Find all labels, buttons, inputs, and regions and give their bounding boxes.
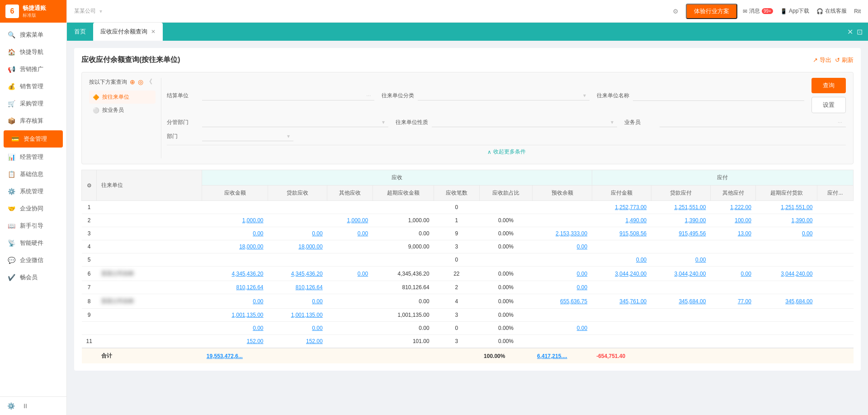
footer-advance-bal[interactable]: 6,417,215.... — [533, 348, 592, 363]
settings-bottom-icon[interactable]: ⚙️ — [7, 402, 15, 410]
table-cell[interactable]: 0.00 — [533, 240, 592, 253]
table-row: 91,001,135.001,001,135.001,001,135.0030.… — [82, 309, 854, 322]
table-cell[interactable]: 4,345,436.20 — [202, 267, 268, 281]
sidebar-item-basic-info[interactable]: 📋 基础信息 — [0, 166, 66, 183]
table-cell[interactable]: 0.00 — [533, 267, 592, 281]
sidebar-item-member[interactable]: ✔️ 畅会员 — [0, 269, 66, 286]
table-cell[interactable]: 13.00 — [710, 227, 755, 240]
table-cell[interactable]: 810,126.64 — [268, 281, 327, 294]
sidebar-item-hardware[interactable]: 📡 智能硬件 — [0, 234, 66, 252]
sidebar-item-marketing[interactable]: 📢 营销推广 — [0, 61, 66, 78]
messages-button[interactable]: ✉ 消息 99+ — [743, 7, 773, 15]
online-service-button[interactable]: 🎧 在线客服 — [816, 7, 847, 15]
table-settings-header[interactable]: ⚙ — [82, 170, 97, 201]
dot-scheme-icon[interactable]: ◎ — [138, 78, 143, 86]
table-cell[interactable]: 4,345,436.20 — [268, 267, 327, 281]
table-cell[interactable]: 0.00 — [327, 227, 373, 240]
table-cell[interactable]: 915,495.56 — [651, 227, 710, 240]
export-button[interactable]: ↗ 导出 — [813, 56, 831, 64]
sidebar-item-wechat[interactable]: 💬 企业微信 — [0, 252, 66, 269]
ap-extra-header: 应付... — [817, 186, 853, 201]
table-cell[interactable]: 3,044,240.00 — [651, 267, 710, 281]
table-cell[interactable]: 0.00 — [592, 253, 651, 267]
table-cell[interactable]: 18,000.00 — [202, 240, 268, 253]
table-cell[interactable]: 1,390.00 — [756, 214, 817, 227]
user-menu[interactable]: Rit — [854, 8, 861, 14]
table-cell[interactable]: 345,761.00 — [592, 294, 651, 309]
table-cell[interactable]: 1,490.00 — [592, 214, 651, 227]
table-cell[interactable]: 345,684.00 — [651, 294, 710, 309]
sidebar-item-system[interactable]: ⚙️ 系统管理 — [0, 183, 66, 200]
tab-home[interactable]: 首页 — [67, 23, 93, 41]
gear-icon[interactable]: ⚙ — [671, 6, 680, 17]
table-cell[interactable]: 0.00 — [756, 227, 817, 240]
scheme-by-unit[interactable]: 🔶 按往来单位 — [89, 91, 156, 104]
expand-scheme-icon[interactable]: 《 — [146, 78, 152, 86]
table-cell[interactable]: 345,684.00 — [756, 294, 817, 309]
table-cell[interactable]: 0.00 — [327, 267, 373, 281]
table-cell[interactable]: 915,508.56 — [592, 227, 651, 240]
table-cell — [710, 322, 755, 335]
footer-ar-amount[interactable]: 19,553,472,6... — [202, 348, 268, 363]
table-cell[interactable]: 0.00 — [268, 322, 327, 335]
table-cell[interactable]: 655,636.75 — [533, 294, 592, 309]
table-cell[interactable]: 1,252,773.00 — [592, 201, 651, 214]
table-cell[interactable]: 3,044,240.00 — [756, 267, 817, 281]
table-cell[interactable]: 1,000.00 — [202, 214, 268, 227]
table-cell: 0.00% — [479, 214, 533, 227]
table-cell[interactable]: 100.00 — [710, 214, 755, 227]
settlement-unit-dots[interactable]: ··· — [366, 92, 371, 99]
collapse-more-button[interactable]: ∧ 收起更多条件 — [167, 145, 846, 158]
collapse-icon[interactable]: ⏸ — [22, 402, 28, 410]
sidebar-item-search-menu[interactable]: 🔍 搜索菜单 — [0, 26, 66, 43]
table-cell[interactable]: 1,222.00 — [710, 201, 755, 214]
refresh-button[interactable]: ↺ 刷新 — [835, 56, 854, 64]
salesman-dots[interactable]: ··· — [838, 119, 842, 125]
managing-dept-select[interactable]: ▾ — [202, 118, 388, 127]
promo-button[interactable]: 体验行业方案 — [686, 4, 737, 19]
table-cell[interactable]: 0.00 — [202, 294, 268, 309]
table-cell[interactable]: 152.00 — [202, 335, 268, 348]
sidebar-item-enterprise[interactable]: 🤝 企业协同 — [0, 200, 66, 217]
tab-close-window-icon[interactable]: ✕ — [847, 28, 853, 36]
table-cell[interactable]: 0.00 — [268, 227, 327, 240]
table-cell[interactable]: 0.00 — [533, 281, 592, 294]
table-cell[interactable]: 0.00 — [533, 322, 592, 335]
settings-button[interactable]: 设置 — [811, 97, 846, 113]
table-cell[interactable]: 810,126.64 — [202, 281, 268, 294]
sidebar-item-operations[interactable]: 📊 经营管理 — [0, 148, 66, 166]
app-download-button[interactable]: 📱 App下载 — [780, 7, 809, 15]
table-cell[interactable]: 0.00 — [202, 227, 268, 240]
table-cell[interactable]: 0.00 — [710, 267, 755, 281]
table-cell[interactable]: 1,251,551.00 — [756, 201, 817, 214]
table-cell[interactable]: 18,000.00 — [268, 240, 327, 253]
sidebar-item-guide[interactable]: 📖 新手引导 — [0, 217, 66, 234]
table-cell[interactable]: 1,001,135.00 — [268, 309, 327, 322]
department-select[interactable]: ▾ — [202, 132, 293, 141]
table-cell[interactable]: 0.00 — [268, 294, 327, 309]
table-cell[interactable]: 0.00 — [651, 253, 710, 267]
table-cell[interactable]: 1,251,551.00 — [651, 201, 710, 214]
table-cell[interactable]: 0.00 — [202, 322, 268, 335]
table-cell[interactable]: 1,000.00 — [327, 214, 373, 227]
query-button[interactable]: 查询 — [811, 78, 846, 93]
partner-nature-select[interactable]: ▾ — [432, 118, 617, 127]
add-scheme-icon[interactable]: ⊕ — [130, 78, 135, 86]
table-cell[interactable]: 152.00 — [268, 335, 327, 348]
tab-close-icon[interactable]: ✕ — [151, 29, 156, 35]
partner-category-select[interactable]: ▾ — [418, 91, 589, 100]
table-cell[interactable]: 3,044,240.00 — [592, 267, 651, 281]
table-cell[interactable]: 2,153,333.00 — [533, 227, 592, 240]
sidebar-item-quick-nav[interactable]: 🏠 快捷导航 — [0, 43, 66, 61]
sidebar-item-sales[interactable]: 💰 销售管理 — [0, 78, 66, 95]
tab-ar-ap-query[interactable]: 应收应付余额查询 ✕ — [93, 23, 163, 41]
sidebar-item-inventory[interactable]: 📦 库存核算 — [0, 112, 66, 129]
sidebar-item-capital[interactable]: 💳 资金管理 — [4, 130, 63, 148]
table-cell[interactable]: 1,001,135.00 — [202, 309, 268, 322]
sidebar-item-purchase[interactable]: 🛒 采购管理 — [0, 95, 66, 112]
scheme-by-salesman[interactable]: ⚪ 按业务员 — [89, 104, 156, 117]
table-cell[interactable]: 77.00 — [710, 294, 755, 309]
partner-name-input[interactable] — [633, 91, 804, 101]
table-cell[interactable]: 1,390.00 — [651, 214, 710, 227]
tab-maximize-icon[interactable]: ⊡ — [857, 28, 863, 36]
